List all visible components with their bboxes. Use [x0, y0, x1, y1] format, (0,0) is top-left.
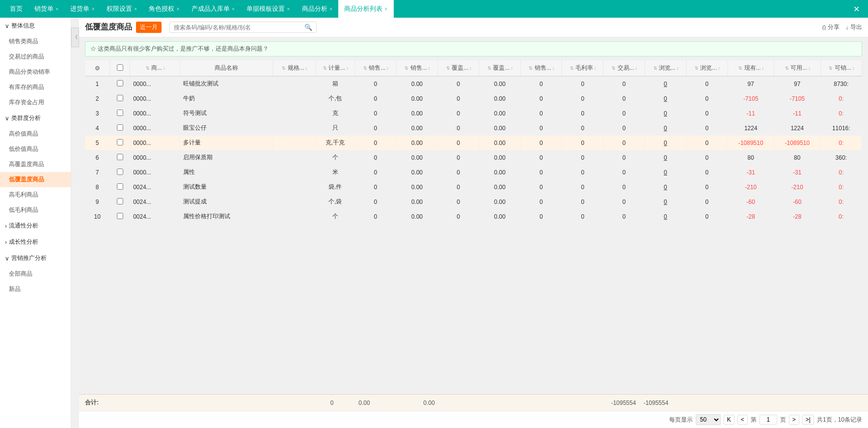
trade-column-header[interactable]: ⇅ 交易...↕ — [603, 60, 645, 76]
row-checkbox[interactable] — [110, 136, 130, 150]
row-browse1[interactable]: 0 — [645, 209, 686, 224]
next-page-button[interactable]: > — [789, 415, 799, 425]
row-select-checkbox[interactable] — [117, 154, 123, 160]
row-checkbox[interactable] — [110, 165, 130, 180]
row-browse1[interactable]: 0 — [645, 76, 686, 91]
name-column-header[interactable]: 商品名称 — [180, 60, 272, 76]
sidebar-item-low-gross[interactable]: 低毛利商品 — [0, 202, 71, 218]
first-page-button[interactable]: K — [724, 415, 734, 425]
sidebar-section-marketing[interactable]: ∨ 营销推广分析 — [0, 250, 71, 266]
browse1-column-header[interactable]: ⇅ 浏览...↕ — [645, 60, 686, 76]
date-filter-button[interactable]: 近一月 — [136, 22, 162, 33]
sidebar-section-overview[interactable]: ∨ 整体信息 — [0, 18, 71, 34]
row-browse1[interactable]: 0 — [645, 165, 686, 180]
search-input[interactable] — [174, 24, 304, 31]
sales-days-column-header[interactable]: ⇅ 销售...↕ — [520, 60, 562, 76]
sidebar-item-stock-goods[interactable]: 有库存的商品 — [0, 80, 71, 95]
nav-purchase-order[interactable]: 进货单 × — [64, 0, 100, 18]
nav-goods-analysis-close[interactable]: × — [329, 6, 332, 12]
nav-permissions[interactable]: 权限设置 × — [101, 0, 143, 18]
row-select-checkbox[interactable] — [117, 139, 123, 145]
check-column-header[interactable] — [110, 60, 130, 76]
nav-goods-analysis[interactable]: 商品分析 × — [296, 0, 338, 18]
code-column-header[interactable]: ⇅ 商...↕ — [130, 60, 180, 76]
row-checkbox[interactable] — [110, 76, 130, 91]
search-icon[interactable]: 🔍 — [304, 24, 312, 31]
nav-permissions-close[interactable]: × — [134, 6, 137, 12]
row-gross-rate: 0 — [562, 165, 603, 180]
select-all-checkbox[interactable] — [117, 64, 123, 71]
sidebar-section-cluster[interactable]: ∨ 类群度分析 — [0, 110, 71, 126]
row-checkbox[interactable] — [110, 106, 130, 121]
row-checkbox[interactable] — [110, 150, 130, 165]
nav-product-inbound[interactable]: 产成品入库单 × — [186, 0, 241, 18]
sidebar-section-liquidity[interactable]: › 流通性分析 — [0, 218, 71, 234]
nav-sales-order[interactable]: 销货单 × — [28, 0, 64, 18]
unit-column-header[interactable]: ⇅ 计量...↕ — [316, 60, 355, 76]
nav-purchase-close[interactable]: × — [91, 6, 94, 12]
row-checkbox[interactable] — [110, 180, 130, 195]
row-select-checkbox[interactable] — [117, 95, 123, 101]
row-sellable: 0: — [820, 106, 862, 121]
nav-goods-list-close[interactable]: × — [384, 6, 387, 12]
share-button[interactable]: ⎙ 分享 — [822, 23, 840, 31]
row-select-checkbox[interactable] — [117, 124, 123, 131]
row-select-checkbox[interactable] — [117, 213, 123, 219]
sidebar-item-new-goods[interactable]: 新品 — [0, 282, 71, 297]
row-browse1[interactable]: 0 — [645, 106, 686, 121]
row-browse1[interactable]: 0 — [645, 121, 686, 136]
sidebar-item-category-rate[interactable]: 商品分类动销率 — [0, 64, 71, 80]
nav-role-auth[interactable]: 角色授权 × — [143, 0, 185, 18]
row-browse1[interactable]: 0 — [645, 150, 686, 165]
prev-page-button[interactable]: < — [737, 415, 748, 425]
row-checkbox[interactable] — [110, 121, 130, 136]
nav-role-close[interactable]: × — [176, 6, 179, 12]
row-checkbox[interactable] — [110, 91, 130, 106]
sidebar-item-high-coverage[interactable]: 高覆盖度商品 — [0, 157, 71, 172]
nav-template-settings[interactable]: 单据模板设置 × — [241, 0, 296, 18]
row-browse1[interactable]: 0 — [645, 180, 686, 195]
sidebar-item-all-goods[interactable]: 全部商品 — [0, 266, 71, 282]
sidebar-item-stock-capital[interactable]: 库存资金占用 — [0, 95, 71, 110]
sales-qty-column-header[interactable]: ⇅ 销售...↕ — [355, 60, 396, 76]
window-close-button[interactable]: ✕ — [848, 0, 864, 18]
nav-product-inbound-close[interactable]: × — [232, 6, 235, 12]
sidebar-item-traded-goods[interactable]: 交易过的商品 — [0, 49, 71, 64]
sidebar-item-high-value[interactable]: 高价值商品 — [0, 126, 71, 142]
current-column-header[interactable]: ⇅ 现有...↕ — [728, 60, 774, 76]
row-checkbox[interactable] — [110, 195, 130, 209]
sidebar-section-growth[interactable]: › 成长性分析 — [0, 234, 71, 250]
sidebar-item-low-coverage[interactable]: 低覆盖度商品 — [0, 172, 71, 187]
nav-home[interactable]: 首页 — [4, 0, 28, 18]
sidebar-collapse-button[interactable]: 《 — [71, 28, 79, 47]
nav-goods-analysis-list[interactable]: 商品分析列表 × — [338, 0, 393, 18]
row-select-checkbox[interactable] — [117, 80, 123, 86]
cov1-column-header[interactable]: ⇅ 覆盖...↕ — [437, 60, 479, 76]
row-browse1[interactable]: 0 — [645, 136, 686, 150]
row-browse1[interactable]: 0 — [645, 91, 686, 106]
row-browse1[interactable]: 0 — [645, 195, 686, 209]
sales-amt-column-header[interactable]: ⇅ 销售...↕ — [396, 60, 437, 76]
export-button[interactable]: ↓ 导出 — [845, 23, 862, 31]
cov2-column-header[interactable]: ⇅ 覆盖...↕ — [479, 60, 520, 76]
page-number-input[interactable] — [760, 415, 777, 425]
last-page-button[interactable]: >| — [802, 415, 814, 425]
row-select-checkbox[interactable] — [117, 183, 123, 190]
settings-column-header[interactable]: ⚙ — [85, 60, 110, 76]
sellable-column-header[interactable]: ⇅ 可销...↕ — [820, 60, 862, 76]
row-select-checkbox[interactable] — [117, 110, 123, 116]
sidebar-item-sales-goods[interactable]: 销售类商品 — [0, 34, 71, 49]
nav-sales-order-close[interactable]: × — [55, 6, 58, 12]
gross-rate-column-header[interactable]: ⇅ 毛利率↕ — [562, 60, 603, 76]
row-select-checkbox[interactable] — [117, 198, 123, 204]
nav-template-close[interactable]: × — [287, 6, 290, 12]
available-column-header[interactable]: ⇅ 可用...↕ — [774, 60, 821, 76]
sidebar-item-low-value[interactable]: 低价值商品 — [0, 142, 71, 157]
row-select-checkbox[interactable] — [117, 169, 123, 175]
browse2-column-header[interactable]: ⇅ 浏览...↕ — [686, 60, 728, 76]
row-checkbox[interactable] — [110, 209, 130, 224]
sidebar-item-high-gross[interactable]: 高毛利商品 — [0, 187, 71, 202]
top-nav: 首页 销货单 × 进货单 × 权限设置 × 角色授权 × 产成品入库单 × 单据… — [0, 0, 868, 18]
spec-column-header[interactable]: ⇅ 规格...↕ — [273, 60, 316, 76]
per-page-select[interactable]: 50 20 100 200 — [696, 414, 721, 425]
